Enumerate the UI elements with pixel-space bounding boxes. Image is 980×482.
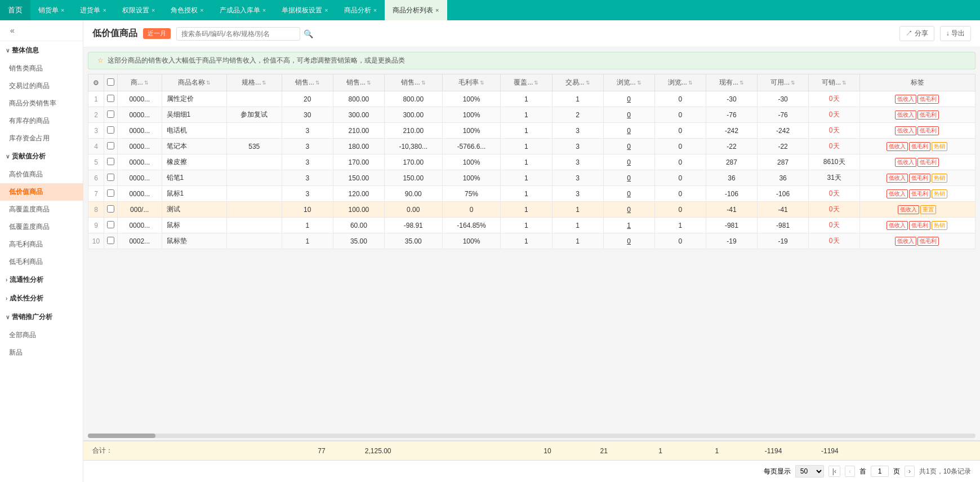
th-coverage[interactable]: 覆盖...⇅ bbox=[501, 74, 552, 91]
nav-product-analysis[interactable]: 商品分析 × bbox=[336, 0, 385, 20]
th-checkbox[interactable] bbox=[104, 74, 118, 91]
scrollbar-thumb[interactable] bbox=[88, 434, 155, 438]
th-views2[interactable]: 浏览...⇅ bbox=[654, 74, 706, 91]
views1-link[interactable]: 0 bbox=[627, 158, 631, 166]
sidebar-group-contribution[interactable]: ∨ 贡献值分析 bbox=[0, 147, 83, 166]
close-product-warehouse-icon[interactable]: × bbox=[262, 7, 266, 14]
search-button[interactable]: 🔍 bbox=[304, 29, 313, 38]
nav-home[interactable]: 首页 bbox=[0, 0, 30, 20]
cell-checkbox[interactable] bbox=[104, 233, 118, 249]
row-checkbox[interactable] bbox=[107, 221, 114, 228]
views1-link[interactable]: 0 bbox=[627, 95, 631, 103]
export-button[interactable]: ↓ 导出 bbox=[940, 26, 971, 41]
sidebar-item-high-margin[interactable]: 高毛利商品 bbox=[0, 236, 83, 253]
sidebar-item-low-coverage[interactable]: 低覆盖度商品 bbox=[0, 218, 83, 236]
period-button[interactable]: 近一月 bbox=[143, 28, 171, 39]
cell-views1[interactable]: 0 bbox=[603, 154, 654, 170]
th-code[interactable]: 商...⇅ bbox=[118, 74, 162, 91]
th-current[interactable]: 现有...⇅ bbox=[706, 74, 757, 91]
sidebar-item-high-value[interactable]: 高价值商品 bbox=[0, 166, 83, 183]
sidebar-group-liquidity[interactable]: › 流通性分析 bbox=[0, 271, 83, 289]
cell-checkbox[interactable] bbox=[104, 170, 118, 186]
cell-checkbox[interactable] bbox=[104, 186, 118, 202]
sidebar-item-sales-products[interactable]: 销售类商品 bbox=[0, 60, 83, 77]
sidebar-item-stock-capital[interactable]: 库存资金占用 bbox=[0, 130, 83, 147]
page-size-select[interactable]: 50 100 200 bbox=[795, 465, 824, 477]
cell-checkbox[interactable] bbox=[104, 107, 118, 123]
views1-link[interactable]: 0 bbox=[627, 190, 631, 198]
th-available[interactable]: 可用...⇅ bbox=[758, 74, 809, 91]
close-sales-order-icon[interactable]: × bbox=[61, 7, 64, 14]
sidebar-item-low-margin[interactable]: 低毛利商品 bbox=[0, 253, 83, 271]
th-saleable[interactable]: 可销...⇅ bbox=[809, 74, 860, 91]
cell-views1[interactable]: 0 bbox=[603, 91, 654, 107]
row-checkbox[interactable] bbox=[107, 158, 114, 165]
cell-views1[interactable]: 0 bbox=[603, 123, 654, 139]
select-all-checkbox[interactable] bbox=[107, 78, 114, 86]
sidebar-item-category-sales-rate[interactable]: 商品分类销售率 bbox=[0, 95, 83, 112]
row-checkbox[interactable] bbox=[107, 110, 114, 118]
views1-link[interactable]: 0 bbox=[627, 237, 631, 245]
views1-link[interactable]: 0 bbox=[627, 111, 631, 119]
row-checkbox[interactable] bbox=[107, 205, 114, 213]
row-checkbox[interactable] bbox=[107, 142, 114, 149]
first-page-btn[interactable]: |‹ bbox=[828, 466, 840, 477]
th-transaction[interactable]: 交易...⇅ bbox=[552, 74, 603, 91]
th-name[interactable]: 商品名称⇅ bbox=[162, 74, 226, 91]
close-product-analysis-list-icon[interactable]: × bbox=[435, 7, 439, 14]
row-checkbox[interactable] bbox=[107, 174, 114, 181]
close-role-auth-icon[interactable]: × bbox=[200, 7, 203, 14]
views1-link[interactable]: 0 bbox=[627, 127, 631, 135]
cell-views1[interactable]: 0 bbox=[603, 186, 654, 202]
page-input[interactable] bbox=[871, 466, 889, 477]
th-views1[interactable]: 浏览...⇅ bbox=[603, 74, 654, 91]
next-page-btn[interactable]: › bbox=[905, 466, 915, 477]
nav-permission-settings[interactable]: 权限设置 × bbox=[114, 0, 163, 20]
views1-link[interactable]: 1 bbox=[627, 222, 631, 229]
th-gear[interactable]: ⚙ bbox=[88, 74, 104, 91]
sidebar-item-traded-products[interactable]: 交易过的商品 bbox=[0, 77, 83, 95]
sidebar-group-growth[interactable]: › 成长性分析 bbox=[0, 289, 83, 308]
views1-link[interactable]: 0 bbox=[627, 143, 631, 151]
close-permission-icon[interactable]: × bbox=[152, 7, 155, 14]
row-checkbox[interactable] bbox=[107, 237, 114, 244]
nav-sales-order[interactable]: 销货单 × bbox=[30, 0, 72, 20]
share-button[interactable]: ↗ 分享 bbox=[899, 26, 934, 41]
cell-checkbox[interactable] bbox=[104, 202, 118, 218]
th-sales-price[interactable]: 销售...⇅ bbox=[333, 74, 384, 91]
sidebar-item-stock-products[interactable]: 有库存的商品 bbox=[0, 112, 83, 130]
sidebar-item-high-coverage[interactable]: 高覆盖度商品 bbox=[0, 201, 83, 218]
th-tags[interactable]: 标签 bbox=[860, 74, 975, 91]
sidebar-item-low-value[interactable]: 低价值商品 bbox=[0, 183, 83, 201]
close-purchase-order-icon[interactable]: × bbox=[103, 7, 106, 14]
row-checkbox[interactable] bbox=[107, 189, 114, 197]
cell-checkbox[interactable] bbox=[104, 218, 118, 233]
cell-views1[interactable]: 0 bbox=[603, 170, 654, 186]
views1-link[interactable]: 0 bbox=[627, 174, 631, 182]
search-input[interactable] bbox=[176, 27, 300, 41]
sidebar-item-all-products[interactable]: 全部商品 bbox=[0, 326, 83, 344]
th-margin[interactable]: 毛利率⇅ bbox=[442, 74, 501, 91]
close-template-icon[interactable]: × bbox=[324, 7, 328, 14]
nav-role-auth[interactable]: 角色授权 × bbox=[163, 0, 211, 20]
cell-views1[interactable]: 0 bbox=[603, 107, 654, 123]
th-sales-amount[interactable]: 销售...⇅ bbox=[384, 74, 442, 91]
sidebar-group-marketing[interactable]: ∨ 营销推广分析 bbox=[0, 308, 83, 326]
cell-checkbox[interactable] bbox=[104, 154, 118, 170]
cell-checkbox[interactable] bbox=[104, 123, 118, 139]
views1-link[interactable]: 0 bbox=[627, 206, 631, 214]
cell-views1[interactable]: 0 bbox=[603, 202, 654, 218]
nav-purchase-order[interactable]: 进货单 × bbox=[72, 0, 114, 20]
cell-checkbox[interactable] bbox=[104, 91, 118, 107]
cell-views1[interactable]: 1 bbox=[603, 218, 654, 233]
cell-views1[interactable]: 0 bbox=[603, 233, 654, 249]
nav-product-analysis-list[interactable]: 商品分析列表 × bbox=[385, 0, 447, 20]
horizontal-scrollbar[interactable] bbox=[88, 434, 975, 438]
th-sales-qty[interactable]: 销售...⇅ bbox=[282, 74, 333, 91]
prev-page-btn[interactable]: ‹ bbox=[845, 466, 855, 477]
sidebar-group-overall[interactable]: ∨ 整体信息 bbox=[0, 41, 83, 60]
row-checkbox[interactable] bbox=[107, 126, 114, 134]
cell-checkbox[interactable] bbox=[104, 139, 118, 154]
sidebar-item-new-products[interactable]: 新品 bbox=[0, 344, 83, 361]
close-product-analysis-icon[interactable]: × bbox=[373, 7, 377, 14]
